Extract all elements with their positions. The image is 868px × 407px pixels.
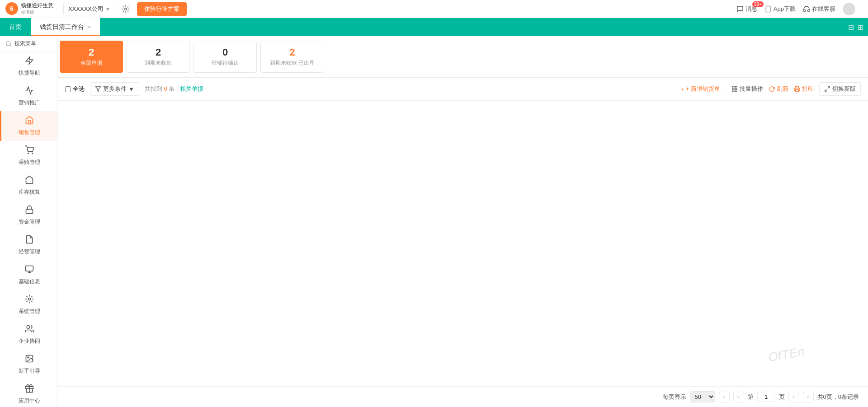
message-badge: 99+ (752, 1, 764, 7)
message-button[interactable]: 消息 99+ (736, 5, 757, 13)
operations-icon (25, 235, 34, 246)
sidebar-item-label: 库存核算 (19, 188, 40, 196)
guide-icon (25, 354, 34, 365)
stat-tab-overdue[interactable]: 2 到期未收款 (127, 41, 190, 73)
svg-rect-8 (26, 209, 33, 213)
select-all-label: 全选 (73, 85, 85, 93)
sidebar-item-label: 营销推广 (19, 99, 40, 107)
inventory-icon (25, 175, 34, 187)
found-text: 共找到 0 条 (145, 85, 175, 93)
next-page-button[interactable]: > (788, 392, 799, 402)
sales-icon (25, 116, 34, 127)
svg-rect-21 (735, 89, 737, 91)
app-center-icon (25, 384, 34, 395)
sidebar-item-sales[interactable]: 销售管理 (0, 111, 57, 141)
add-icon: + (680, 86, 684, 93)
company-dropdown-icon: ▼ (105, 6, 110, 12)
page-suffix: 页 (779, 393, 785, 401)
online-service-button[interactable]: 在线客服 (803, 5, 835, 13)
sidebar-item-guide[interactable]: 新手引导 (0, 350, 57, 379)
service-label: 在线客服 (812, 5, 835, 13)
top-right-actions: 消息 99+ App下载 在线客服 (736, 3, 863, 15)
basic-info-icon (25, 265, 34, 276)
sidebar-item-app-center[interactable]: 应用中心 (0, 379, 57, 407)
sidebar-item-label: 经营管理 (19, 248, 40, 256)
tab-home[interactable]: 首页 (0, 18, 31, 36)
system-icon (25, 295, 34, 306)
avatar[interactable] (843, 3, 855, 15)
finance-icon (25, 205, 34, 216)
sidebar-item-finance[interactable]: 资金管理 (0, 201, 57, 230)
total-text: 共0页，0条记录 (817, 393, 859, 401)
sidebar-item-label: 应用中心 (19, 397, 40, 405)
stat-count-overdue: 2 (136, 47, 180, 58)
per-page-label: 每页显示 (663, 393, 686, 401)
company-selector[interactable]: XXXXXX公司 ▼ (63, 3, 115, 15)
purchase-icon (25, 145, 34, 157)
sidebar-item-marketing[interactable]: 营销推广 (0, 81, 57, 111)
sidebar-item-operations[interactable]: 经营管理 (0, 230, 57, 260)
tab-close-icon[interactable]: × (88, 24, 91, 30)
select-all-checkbox[interactable]: 全选 (65, 85, 85, 93)
sidebar-item-label: 系统管理 (19, 308, 40, 315)
nav-tabs: 首页 钱货日清工作台 × ⊟ ⊞ (0, 18, 868, 36)
print-button[interactable]: 打印 (794, 85, 814, 93)
batch-label: 批量操作 (740, 85, 763, 93)
nav-actions: ⊟ ⊞ (848, 23, 868, 32)
svg-point-0 (125, 8, 127, 10)
main-layout: 搜索菜单 快捷导航 营销推广 (0, 36, 868, 407)
settings-button[interactable] (119, 2, 132, 16)
filter-dropdown-icon: ▼ (128, 86, 134, 93)
sidebar-item-inventory[interactable]: 库存核算 (0, 171, 57, 201)
sidebar-item-label: 新手引导 (19, 367, 40, 375)
stat-tab-unshipped[interactable]: 2 到期未收款 已出库 (260, 41, 324, 73)
sidebar-item-quick-nav[interactable]: 快捷导航 (0, 51, 57, 81)
switch-label: 切换新版 (832, 85, 856, 93)
svg-line-24 (828, 87, 830, 89)
logo-sub: 标准版 (21, 9, 53, 15)
sidebar-item-cooperation[interactable]: 企业协同 (0, 320, 57, 350)
per-page-select[interactable]: 20 50 100 (690, 391, 715, 402)
page-input[interactable] (757, 392, 775, 402)
stat-tab-all[interactable]: 2 全部单据 (60, 41, 123, 73)
top-bar: 6 畅捷通好生意 标准版 XXXXXX公司 ▼ 体验行业方案 消息 99+ (0, 0, 868, 18)
last-page-button[interactable]: » (803, 392, 814, 402)
related-records-link[interactable]: 相关单据 (180, 85, 203, 93)
company-name: XXXXXX公司 (68, 5, 104, 13)
refresh-button[interactable]: 刷新 (769, 85, 788, 93)
filter-label: 更多条件 (103, 85, 127, 93)
stat-tab-wangwang[interactable]: 0 旺辅待确认 (193, 41, 257, 73)
checkbox-input[interactable] (65, 86, 71, 92)
app-download-button[interactable]: App下载 (764, 5, 796, 13)
add-sales-order-button[interactable]: + + 新增销货单 (680, 85, 720, 93)
switch-version-button[interactable]: 切换新版 (819, 82, 861, 96)
sidebar-search[interactable]: 搜索菜单 (0, 36, 57, 51)
tab-qianhuoday[interactable]: 钱货日清工作台 × (31, 18, 100, 36)
svg-rect-20 (735, 87, 737, 89)
divider (726, 85, 726, 93)
first-page-button[interactable]: « (719, 392, 730, 402)
quick-nav-icon (25, 56, 34, 67)
trial-button[interactable]: 体验行业方案 (137, 2, 187, 16)
sidebar-item-label: 基础信息 (19, 278, 40, 285)
toolbar: 全选 更多条件 ▼ 共找到 0 条 相关单据 + (58, 78, 868, 101)
tab-expand-icon[interactable]: ⊞ (858, 23, 863, 32)
filter-button[interactable]: 更多条件 ▼ (90, 82, 139, 96)
svg-line-4 (10, 45, 11, 46)
logo-icon: 6 (5, 2, 18, 15)
stat-label-all: 全部单据 (69, 59, 113, 67)
svg-rect-1 (766, 6, 770, 12)
stat-label-wangwang: 旺辅待确认 (203, 59, 247, 67)
svg-point-12 (28, 298, 31, 300)
sidebar-item-basic-info[interactable]: 基础信息 (0, 260, 57, 290)
prev-page-button[interactable]: < (733, 392, 744, 402)
svg-rect-9 (26, 266, 33, 271)
pagination: 每页显示 20 50 100 « < 第 页 > » 共0页，0条记录 (58, 386, 868, 407)
table-area (58, 101, 868, 386)
logo-area: 6 畅捷通好生意 标准版 (5, 2, 63, 15)
sidebar-item-purchase[interactable]: 采购管理 (0, 141, 57, 171)
sidebar-item-system[interactable]: 系统管理 (0, 290, 57, 320)
tab-collapse-icon[interactable]: ⊟ (848, 23, 854, 32)
marketing-icon (25, 86, 34, 97)
batch-operation-button[interactable]: 批量操作 (731, 85, 763, 93)
